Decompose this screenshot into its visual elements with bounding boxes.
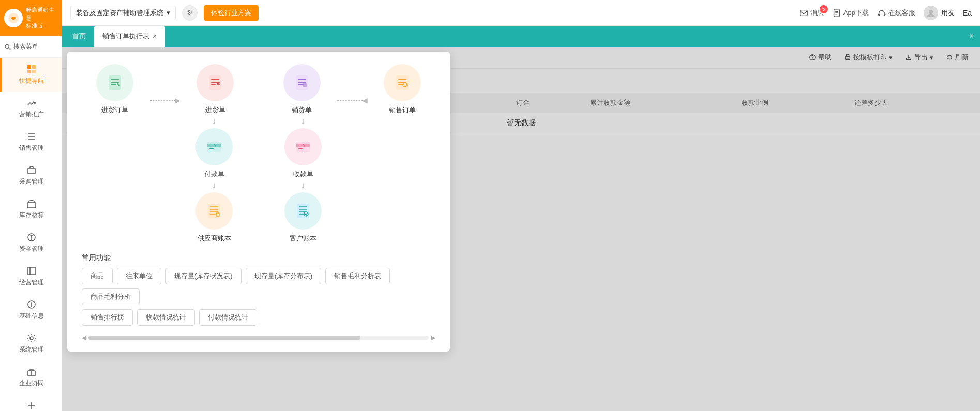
sidebar-search[interactable]: 搜索菜单 (0, 36, 62, 58)
common-btn-stock-status[interactable]: 现存量(库存状况表) (165, 268, 242, 284)
flow-node-sales-order[interactable]: 销售订单 (370, 64, 436, 115)
search-label: 搜索菜单 (13, 42, 38, 51)
tab-sales-order-execution[interactable]: 销售订单执行表 × (94, 26, 165, 47)
svg-rect-8 (27, 203, 36, 208)
sidebar-item-sales[interactable]: 销售管理 (0, 125, 62, 159)
svg-line-2 (9, 48, 11, 50)
online-service-button[interactable]: 在线客服 (877, 8, 915, 18)
tab-home-label: 首页 (72, 32, 86, 41)
svg-point-1 (5, 44, 9, 48)
sidebar-item-newbie[interactable]: 新手引导 (0, 394, 62, 411)
tabbar: 首页 销售订单执行表 × × (62, 26, 980, 47)
svg-rect-7 (28, 168, 35, 174)
svg-rect-5 (27, 70, 31, 73)
message-button[interactable]: 消息 5 (799, 8, 824, 18)
sidebar-item-quicknav[interactable]: 快捷导航 (0, 58, 62, 92)
logo-text: 畅康通好生意 标准版 (26, 6, 57, 30)
supplier-ledger-icon (195, 192, 233, 230)
svg-point-15 (929, 10, 933, 14)
common-btn-stock-dist[interactable]: 现存量(库存分布表) (246, 268, 322, 284)
search-button[interactable]: 搜索菜单 (4, 40, 57, 53)
payment-bill-icon: ¥ (195, 128, 233, 165)
common-btn-sales-rank[interactable]: 销售排行榜 (82, 309, 133, 326)
user-avatar (924, 6, 938, 20)
common-btn-counterpart[interactable]: 往来单位 (117, 268, 161, 284)
tabbar-close-button[interactable]: × (969, 32, 974, 41)
settings-button[interactable]: ⚙ (182, 5, 198, 21)
customer-ledger-icon (284, 192, 322, 230)
tab-home[interactable]: 首页 (64, 26, 94, 47)
sidebar-item-inventory[interactable]: 库存核算 (0, 192, 62, 226)
system-selector[interactable]: 装备及固定资产辅助管理系统 ▾ (70, 6, 176, 20)
sidebar-item-purchase[interactable]: 采购管理 (0, 159, 62, 192)
sales-order-label: 销售订单 (389, 105, 416, 115)
user-name: 用友 (941, 8, 955, 18)
sidebar-item-basicinfo[interactable]: 基础信息 (0, 293, 62, 327)
sidebar-item-system[interactable]: 系统管理 (0, 327, 62, 360)
svg-rect-23 (303, 83, 307, 87)
payment-bill-label: 付款单 (204, 170, 224, 179)
popup-overlay: 进货订单 ▶ (62, 47, 980, 411)
app-download-label: App下载 (843, 8, 869, 18)
common-btn-product[interactable]: 商品 (82, 268, 113, 284)
arrow-purchase-order-to-purchase-bill: ▶ (150, 96, 180, 104)
svg-text:¥: ¥ (303, 143, 306, 148)
customer-ledger-label: 客户账本 (290, 234, 316, 243)
sidebar-item-sales-label: 销售管理 (19, 144, 44, 153)
flow-node-customer-ledger[interactable]: 客户账本 (269, 192, 337, 243)
online-service-label: 在线客服 (888, 8, 915, 18)
flow-node-purchase-order[interactable]: 进货订单 (82, 64, 148, 115)
purchase-order-icon (96, 64, 133, 101)
sidebar-item-system-label: 系统管理 (19, 345, 44, 354)
svg-rect-3 (27, 65, 31, 69)
svg-point-11 (30, 337, 33, 340)
common-btn-receipt-stats[interactable]: 收款情况统计 (137, 309, 195, 326)
user-label-ea: Ea (963, 9, 972, 17)
system-title: 装备及固定资产辅助管理系统 (76, 8, 163, 18)
sidebar-item-operations-label: 经营管理 (19, 278, 44, 287)
purchase-bill-icon (197, 64, 234, 101)
experience-button[interactable]: 体验行业方案 (204, 5, 259, 21)
common-buttons-row1: 商品 往来单位 现存量(库存状况表) 现存量(库存分布表) 销售毛利分析表 商品… (82, 268, 435, 305)
scroll-thumb[interactable] (88, 336, 360, 340)
down-arrow-purchase-bill: ↓ (180, 117, 248, 126)
sidebar-item-finance[interactable]: 资金管理 (0, 226, 62, 260)
down-arrow-receipt-bill: ↓ (269, 181, 337, 190)
flow-node-sales-bill[interactable]: 销货单 (269, 64, 335, 115)
flow-node-supplier-ledger[interactable]: 供应商账本 (180, 192, 248, 243)
sidebar-item-quicknav-label: 快捷导航 (19, 77, 44, 85)
common-btn-payment-stats[interactable]: 付款情况统计 (199, 309, 257, 326)
sidebar: 畅康通好生意 标准版 搜索菜单 快捷导航 (0, 0, 62, 411)
sales-bill-label: 销货单 (292, 105, 312, 115)
app-download-button[interactable]: App下载 (832, 8, 869, 18)
scroll-left-arrow[interactable]: ◀ (82, 334, 86, 341)
flow-node-purchase-bill[interactable]: 进货单 (183, 64, 249, 115)
popup-scrollbar[interactable]: ◀ ▶ (82, 334, 435, 341)
scroll-right-arrow[interactable]: ▶ (431, 334, 435, 341)
sidebar-item-enterprise-label: 企业协同 (19, 379, 44, 388)
common-btn-sales-profit-analysis[interactable]: 销售毛利分析表 (325, 268, 390, 284)
sidebar-item-purchase-label: 采购管理 (19, 177, 44, 186)
logo-icon (4, 9, 23, 27)
common-btn-product-profit[interactable]: 商品毛利分析 (82, 288, 140, 305)
flow-node-payment-bill[interactable]: ¥ 付款单 (180, 128, 248, 179)
sales-order-icon (384, 64, 421, 101)
sidebar-item-marketing[interactable]: 营销推广 (0, 92, 62, 125)
svg-rect-6 (32, 70, 36, 73)
flow-node-receipt-bill[interactable]: ¥ 收款单 (269, 128, 337, 179)
topbar-right: 消息 5 App下载 在线客服 (799, 6, 972, 20)
quick-nav-popup: 进货订单 ▶ (67, 52, 450, 352)
sidebar-item-enterprise[interactable]: 企业协同 (0, 360, 62, 394)
svg-text:¥: ¥ (214, 143, 217, 148)
dropdown-icon: ▾ (167, 9, 170, 17)
tab-close-icon[interactable]: × (153, 32, 157, 40)
sidebar-nav: 快捷导航 营销推广 销售管理 采购管理 (0, 58, 62, 411)
tab-sales-order-label: 销售订单执行表 (102, 32, 149, 41)
sidebar-item-operations[interactable]: 经营管理 (0, 260, 62, 293)
arrow-sales-order-to-sales-bill: ◀ (337, 96, 368, 104)
topbar: 装备及固定资产辅助管理系统 ▾ ⚙ 体验行业方案 消息 5 (62, 0, 980, 26)
main-area: 装备及固定资产辅助管理系统 ▾ ⚙ 体验行业方案 消息 5 (62, 0, 980, 411)
down-arrow-payment-bill: ↓ (180, 181, 248, 190)
sidebar-logo: 畅康通好生意 标准版 (0, 0, 62, 36)
user-menu[interactable]: 用友 (924, 6, 955, 20)
